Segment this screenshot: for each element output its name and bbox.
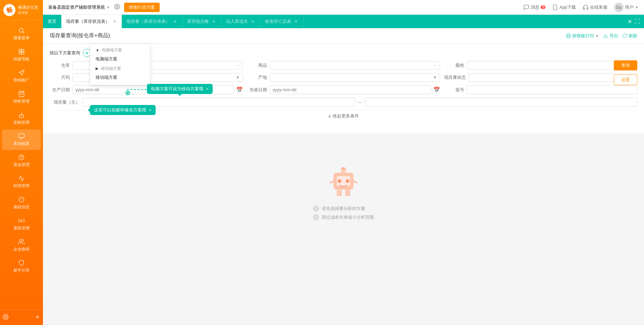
sidebar-item-search[interactable]: 搜索菜单 [2,24,41,44]
goods-more-icon: ··· [434,63,437,68]
tab-summary[interactable]: 收发存汇总表 ✕ [260,15,304,28]
svg-rect-2 [19,49,21,52]
sidebar-item-finance[interactable]: 资金管理 [2,151,41,171]
filter-field-origin: 产地 ▼ [247,73,440,82]
tab-close-inventory-dist[interactable]: ✕ [172,19,177,24]
tab-close-inventory-status[interactable]: ✕ [112,19,117,24]
collapse-sidebar-icon[interactable] [34,314,40,321]
batch-input[interactable] [467,85,637,94]
svg-rect-3 [22,49,24,52]
scheme-item-pc[interactable]: 电脑端方案 [93,54,147,64]
svg-rect-33 [345,189,350,196]
filter-field-batch: 批号 [444,85,637,94]
print-chevron-icon: ▼ [595,34,599,38]
tab-close-all-icon[interactable]: ✕ [626,17,633,26]
sidebar-item-marketing[interactable]: 营销推广 [2,66,41,87]
app-download-btn[interactable]: App下载 [552,4,576,10]
tooltip-create-scheme: 这里可以创建和修改方案哦 × [90,105,156,115]
export-icon [603,33,608,38]
tab-inventory-status[interactable]: 现存量（库存状况表） ✕ [61,15,122,28]
tab-flow[interactable]: 出入库流水 ✕ [221,15,260,28]
page-actions: 按模板打印 ▼ 导出 刷新 [566,33,637,39]
goods-select[interactable]: ··· [270,61,440,70]
tab-close-summary[interactable]: ✕ [293,19,299,24]
export-btn[interactable]: 导出 [603,33,618,39]
template-print-btn[interactable]: 按模板打印 ▼ [566,33,599,39]
empty-steps-list: 1 请先选择要分析的方案 2 用过滤条件来缩小分析范围 [313,206,374,223]
svg-point-27 [346,179,349,183]
phone-icon [552,4,558,10]
system-selector[interactable]: 装备及固定资产辅助管理系统 ▼ [48,4,110,10]
stock-main-input-end[interactable] [365,98,638,107]
svg-point-19 [116,6,118,8]
sidebar-item-collab[interactable]: 企业协同 [2,235,41,256]
logo-area: 畅 畅通好生意 标准版 [0,0,43,20]
color-select[interactable]: ▼ [467,61,637,70]
print-icon [566,33,571,38]
search-btn[interactable]: 查询 [614,60,637,70]
headphone-icon [583,4,589,10]
svg-line-31 [354,181,357,183]
svg-point-29 [342,167,345,170]
prod-date-calendar-icon[interactable]: 📅 [236,87,243,93]
sidebar-item-guide[interactable]: 新手引导 [2,256,41,277]
svg-rect-22 [567,36,570,38]
scheme-section-header: ▼ 电脑端方案 [93,47,147,54]
empty-step-1: 1 请先选择要分析的方案 [313,206,374,212]
expand-arrow-icon[interactable]: ▼ [96,48,99,52]
page-title: 现存量查询(按仓库+商品) [50,32,110,39]
svg-rect-5 [22,52,24,54]
stock-status-select[interactable]: ▼ [469,73,637,82]
user-chevron-icon: ▼ [635,5,639,9]
step-num-1: 1 [313,206,319,212]
scheme-item-mobile[interactable]: 移动端方案 [93,73,147,82]
sidebar-menu: 搜索菜单 快捷导航 营销推广 销售管理 采购管理 库存核算 资金 [0,20,43,310]
sidebar-item-inventory[interactable]: 库存核算 [2,129,41,150]
tab-close-batch[interactable]: ✕ [211,19,216,24]
sidebar: 畅 畅通好生意 标准版 搜索菜单 快捷导航 营销推广 销售管理 采购管理 [0,0,43,325]
marketing-icon [18,69,25,76]
logo-text: 畅通好生意 标准版 [18,5,38,15]
warehouse-more-icon: ··· [236,63,240,68]
tab-home[interactable]: 首页 [43,15,61,28]
expiry-date-range: 📅 [270,85,440,94]
svg-line-30 [330,181,333,183]
filter-panel: 按以下方案查询 + ✎ ← ▼ 电脑端方案 电脑端方案 ▶ 移动端方案 移动端方… [43,44,644,134]
origin-select[interactable]: ▼ [270,73,440,82]
tabbar: 首页 现存量（库存状况表） ✕ 现存量（库存分布表） ✕ 库存批次账 ✕ 出入库… [43,15,644,28]
expand-arrow-mobile-icon[interactable]: ▶ [96,66,98,71]
header-settings-btn[interactable] [114,4,120,11]
sidebar-item-nav[interactable]: 快捷导航 [2,45,41,65]
svg-rect-20 [553,5,557,10]
user-area[interactable]: Ea 用户 ▼ [614,3,639,12]
basic-icon [18,196,25,203]
tab-batch[interactable]: 库存批次账 ✕ [182,15,221,28]
refresh-icon [622,33,627,38]
guide-icon [18,260,25,266]
svg-line-1 [23,32,24,34]
filter-field-stock-status: 现存量状态 ▼ [444,73,637,82]
tab-fullscreen-icon[interactable]: ⛶ [633,17,641,26]
reset-btn[interactable]: 设置 [614,74,637,85]
sidebar-item-sales[interactable]: 销售管理 [2,87,41,108]
sidebar-item-management[interactable]: 经营管理 [2,172,41,192]
settings-icon[interactable] [3,314,9,321]
expiry-date-calendar-icon[interactable]: 📅 [433,87,440,93]
step-num-2: 2 [313,214,319,220]
tab-inventory-dist[interactable]: 现存量（库存分布表） ✕ [122,15,182,28]
tooltip-close-2[interactable]: × [149,107,152,113]
refresh-btn[interactable]: 刷新 [622,33,637,39]
sidebar-item-basic[interactable]: 基础信息 [2,193,41,213]
expiry-date-start[interactable] [270,85,431,94]
empty-icon-svg [327,161,360,198]
sidebar-item-purchase[interactable]: 采购管理 [2,108,41,129]
tooltip-close-1[interactable]: × [206,86,209,92]
dot-indicator-1 [126,91,129,95]
svg-rect-32 [337,189,342,196]
online-service-btn[interactable]: 在线客服 [583,4,607,10]
tab-close-flow[interactable]: ✕ [250,19,255,24]
message-btn[interactable]: 消息 9 [523,4,545,10]
header-right: 消息 9 App下载 在线客服 Ea 用户 ▼ [523,3,639,12]
trial-btn[interactable]: 体验行业方案 [124,3,160,12]
sidebar-item-system[interactable]: 系统管理 [2,214,41,234]
